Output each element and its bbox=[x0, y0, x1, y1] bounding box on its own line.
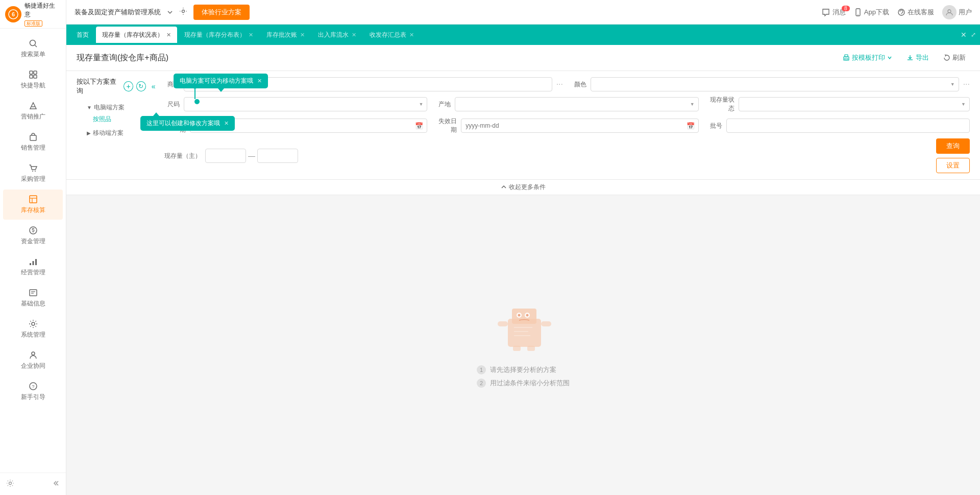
expiry-date-cal-icon[interactable]: 📅 bbox=[687, 122, 695, 130]
add-scheme-btn[interactable]: + bbox=[124, 81, 133, 91]
production-date-cal-icon[interactable]: 📅 bbox=[415, 122, 423, 130]
svg-rect-20 bbox=[30, 290, 37, 296]
finance-icon bbox=[29, 226, 38, 235]
tab-inout-flow-close[interactable]: ✕ bbox=[352, 32, 356, 38]
filter-row-1: 商品 ··· 颜色 ▼ ··· bbox=[164, 77, 970, 91]
collapse-bar[interactable]: 收起更多条件 bbox=[66, 180, 980, 195]
sidebar-item-purchase[interactable]: 采购管理 bbox=[3, 158, 63, 188]
expiry-date-label: 失效日期 bbox=[435, 117, 457, 134]
app-download-btn[interactable]: App下载 bbox=[854, 8, 889, 17]
desktop-group-arrow: ▼ bbox=[87, 105, 92, 110]
settings-icon[interactable] bbox=[6, 479, 14, 489]
batch-no-label: 批号 bbox=[707, 122, 722, 130]
user-avatar-btn[interactable]: 用户 bbox=[942, 5, 972, 19]
cycle-scheme-btn[interactable]: ↻ bbox=[136, 81, 146, 91]
color-select-wrap: ▼ bbox=[591, 77, 959, 91]
tab-close-all-btn[interactable]: ✕ bbox=[961, 31, 967, 39]
filter-row-2: 尺码 ▼ 产地 bbox=[164, 96, 970, 113]
svg-rect-13 bbox=[30, 196, 37, 203]
size-select[interactable] bbox=[184, 97, 427, 111]
sidebar-item-finance[interactable]: 资金管理 bbox=[3, 221, 63, 251]
expiry-date-input[interactable] bbox=[461, 119, 698, 133]
back-scheme-btn[interactable]: « bbox=[149, 81, 159, 91]
color-select[interactable] bbox=[591, 77, 959, 91]
industry-solution-btn[interactable]: 体验行业方案 bbox=[193, 5, 250, 20]
stock-qty-min[interactable] bbox=[205, 149, 246, 163]
user-avatar bbox=[942, 5, 957, 19]
tab-inventory-status-close[interactable]: ✕ bbox=[166, 32, 171, 38]
tab-summary-close[interactable]: ✕ bbox=[409, 32, 414, 38]
sidebar-item-search[interactable]: 搜索菜单 bbox=[3, 34, 63, 64]
tab-batch-account[interactable]: 库存批次账 ✕ bbox=[260, 27, 311, 43]
sidebar-item-sales[interactable]: 销售管理 bbox=[3, 127, 63, 157]
size-label: 尺码 bbox=[164, 100, 180, 109]
svg-rect-38 bbox=[512, 309, 536, 324]
color-dots-icon[interactable]: ··· bbox=[963, 80, 970, 89]
svg-rect-7 bbox=[34, 75, 37, 78]
origin-select-wrap: ▼ bbox=[455, 97, 698, 111]
range-dash: — bbox=[248, 152, 255, 160]
tab-fullscreen-btn[interactable]: ⤢ bbox=[971, 31, 976, 38]
svg-rect-5 bbox=[34, 71, 37, 74]
svg-point-12 bbox=[35, 171, 36, 172]
tab-inventory-dist[interactable]: 现存量（库存分布表） ✕ bbox=[178, 27, 259, 43]
page-area: 现存量查询(按仓库+商品) 按模板打印 bbox=[66, 45, 980, 495]
batch-no-input[interactable] bbox=[726, 119, 970, 133]
step-2-text: 用过滤条件来缩小分析范围 bbox=[490, 376, 570, 390]
stock-status-select[interactable] bbox=[739, 97, 970, 111]
sidebar-logo: 6 畅捷通好生意 标准版 bbox=[0, 0, 66, 29]
stock-qty-label: 现存量（主） bbox=[164, 152, 201, 160]
sidebar-item-guide[interactable]: ? 新手引导 bbox=[3, 376, 63, 407]
tab-batch-account-close[interactable]: ✕ bbox=[300, 32, 305, 38]
sidebar-bottom bbox=[0, 473, 66, 495]
tab-inout-flow[interactable]: 出入库流水 ✕ bbox=[312, 27, 362, 43]
sidebar-item-marketing[interactable]: 营销推广 bbox=[3, 96, 63, 126]
messages-btn[interactable]: 8 消息 bbox=[821, 8, 846, 17]
online-support-btn[interactable]: 在线客服 bbox=[897, 8, 934, 17]
top-header: 装备及固定资产辅助管理系统 体验行业方案 8 消息 bbox=[66, 0, 980, 25]
search-btn[interactable]: 查询 bbox=[936, 138, 970, 154]
svg-point-41 bbox=[518, 314, 521, 316]
sidebar-item-base[interactable]: 基础信息 bbox=[3, 283, 63, 313]
print-btn[interactable]: 按模板打印 bbox=[839, 51, 896, 64]
desktop-group-label: 电脑端方案 bbox=[94, 103, 125, 112]
scheme-group-desktop-title[interactable]: ▼ 电脑端方案 bbox=[87, 102, 158, 113]
stock-qty-max[interactable] bbox=[257, 149, 298, 163]
empty-steps: 1 请先选择要分析的方案 2 用过滤条件来缩小分析范围 bbox=[477, 363, 570, 390]
sidebar-label-search: 搜索菜单 bbox=[21, 50, 45, 59]
product-dots-icon[interactable]: ··· bbox=[556, 80, 563, 89]
sidebar-item-inventory[interactable]: 库存核算 bbox=[3, 190, 63, 220]
sidebar-label-nav: 快捷导航 bbox=[21, 81, 45, 90]
sales-icon bbox=[29, 132, 38, 142]
tab-inventory-status[interactable]: 现存量（库存状况表） ✕ bbox=[96, 27, 177, 43]
svg-rect-35 bbox=[845, 55, 848, 57]
tooltip-close-2[interactable]: ✕ bbox=[224, 120, 229, 127]
origin-select[interactable] bbox=[455, 97, 698, 111]
settings-header-icon[interactable] bbox=[179, 7, 187, 17]
empty-state: 1 请先选择要分析的方案 2 用过滤条件来缩小分析范围 bbox=[66, 195, 980, 495]
collapse-sidebar-btn[interactable] bbox=[52, 479, 60, 489]
sidebar-item-system[interactable]: 系统管理 bbox=[3, 314, 63, 344]
reset-btn[interactable]: 设置 bbox=[936, 158, 970, 173]
stock-qty-range: — bbox=[205, 149, 307, 163]
refresh-btn[interactable]: 刷新 bbox=[939, 51, 970, 64]
tab-home[interactable]: 首页 bbox=[70, 27, 95, 43]
svg-point-11 bbox=[32, 171, 33, 172]
logo-text: 畅捷通好生意 bbox=[24, 2, 61, 19]
tab-inventory-dist-close[interactable]: ✕ bbox=[249, 32, 253, 38]
sidebar-item-nav[interactable]: 快捷导航 bbox=[3, 65, 63, 95]
sidebar-label-marketing: 营销推广 bbox=[21, 112, 45, 121]
sidebar-item-collab[interactable]: 企业协同 bbox=[3, 345, 63, 375]
svg-point-30 bbox=[857, 14, 859, 15]
filter-fields-panel: 商品 ··· 颜色 ▼ ··· bbox=[164, 77, 970, 173]
sidebar-item-management[interactable]: 经营管理 bbox=[3, 252, 63, 282]
connector-dot-1 bbox=[192, 84, 198, 89]
size-select-wrap: ▼ bbox=[184, 97, 427, 111]
step-num-2: 2 bbox=[477, 379, 486, 388]
export-btn[interactable]: 导出 bbox=[902, 51, 933, 64]
tab-summary[interactable]: 收发存汇总表 ✕ bbox=[363, 27, 420, 43]
sidebar-menu: 搜索菜单 快捷导航 营销推广 销售管理 bbox=[0, 29, 66, 473]
tooltip-create-scheme: 这里可以创建和修改方案哦 ✕ bbox=[140, 116, 235, 131]
tooltip-close-1[interactable]: ✕ bbox=[257, 78, 262, 84]
svg-point-16 bbox=[30, 227, 37, 234]
